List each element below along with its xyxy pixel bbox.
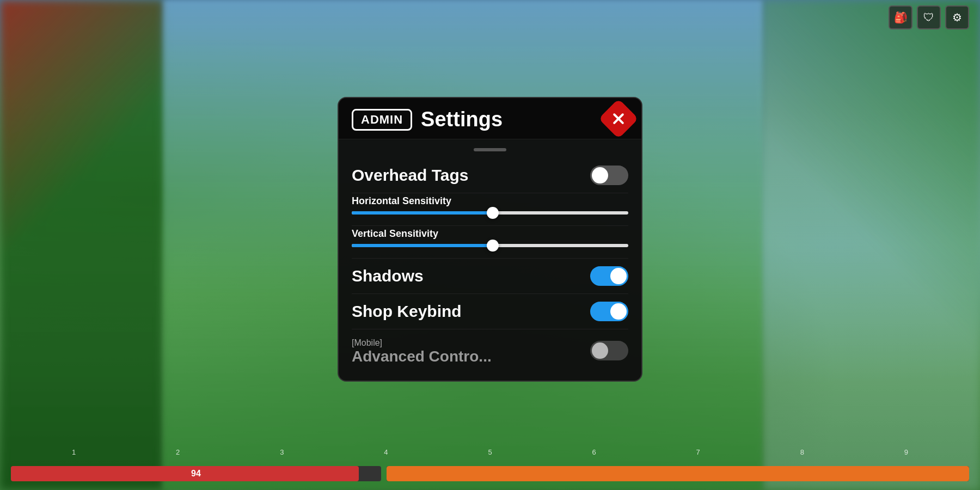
dialog-body[interactable]: Overhead Tags Horizontal Sensitivity Ver… xyxy=(339,139,641,381)
shield-icon[interactable]: 🛡 xyxy=(917,5,941,29)
overhead-tags-label: Overhead Tags xyxy=(352,166,469,185)
bottom-numbers: 1 2 3 4 5 6 7 8 9 xyxy=(11,448,969,456)
health-bar-container: 94 xyxy=(11,466,381,481)
dialog-header: ADMIN Settings xyxy=(339,98,641,139)
num-8: 8 xyxy=(800,448,804,456)
settings-dialog: ADMIN Settings Overhead Tags Horizontal … xyxy=(338,97,642,382)
shadows-label: Shadows xyxy=(352,267,424,285)
num-2: 2 xyxy=(176,448,180,456)
bottom-bar: 94 xyxy=(0,457,980,490)
bg-tree-left xyxy=(0,0,163,490)
bg-tree-right xyxy=(762,0,980,490)
shadows-toggle[interactable] xyxy=(590,266,628,286)
top-right-icons: 🎒 🛡 ⚙ xyxy=(889,5,969,29)
horizontal-sensitivity-thumb[interactable] xyxy=(487,207,499,219)
scroll-indicator xyxy=(474,148,506,151)
num-5: 5 xyxy=(488,448,492,456)
vertical-sensitivity-fill xyxy=(352,244,493,247)
num-9: 9 xyxy=(904,448,908,456)
gear-icon[interactable]: ⚙ xyxy=(945,5,969,29)
num-4: 4 xyxy=(384,448,388,456)
overhead-tags-toggle[interactable] xyxy=(590,166,628,185)
overhead-tags-row: Overhead Tags xyxy=(352,158,628,193)
mobile-sublabel: [Mobile] xyxy=(352,338,492,348)
dialog-title: Settings xyxy=(421,108,503,131)
shop-keybind-knob xyxy=(610,303,627,320)
shadows-knob xyxy=(610,268,627,284)
admin-badge: ADMIN xyxy=(352,109,412,131)
num-1: 1 xyxy=(72,448,76,456)
advanced-controls-knob xyxy=(592,342,608,359)
vertical-sensitivity-thumb[interactable] xyxy=(487,240,499,252)
vertical-sensitivity-label: Vertical Sensitivity xyxy=(352,228,628,240)
advanced-controls-label: Advanced Contro... xyxy=(352,348,492,365)
health-value: 94 xyxy=(191,469,201,479)
num-7: 7 xyxy=(696,448,700,456)
horizontal-sensitivity-track[interactable] xyxy=(352,211,628,215)
health-bar-fill xyxy=(11,466,359,481)
shop-keybind-label: Shop Keybind xyxy=(352,302,462,321)
horizontal-sensitivity-label: Horizontal Sensitivity xyxy=(352,195,628,207)
advanced-controls-label-group: [Mobile] Advanced Contro... xyxy=(352,336,492,365)
num-3: 3 xyxy=(280,448,284,456)
vertical-sensitivity-section: Vertical Sensitivity xyxy=(352,226,628,259)
close-button[interactable] xyxy=(598,99,639,139)
shop-keybind-row: Shop Keybind xyxy=(352,294,628,329)
advanced-controls-toggle[interactable] xyxy=(590,341,628,360)
inventory-icon[interactable]: 🎒 xyxy=(889,5,912,29)
shop-keybind-toggle[interactable] xyxy=(590,302,628,321)
vertical-sensitivity-track[interactable] xyxy=(352,244,628,247)
shadows-row: Shadows xyxy=(352,259,628,294)
advanced-controls-row: [Mobile] Advanced Contro... xyxy=(352,329,628,372)
num-6: 6 xyxy=(592,448,596,456)
shield-bar-fill xyxy=(387,466,969,481)
horizontal-sensitivity-fill xyxy=(352,211,493,215)
horizontal-sensitivity-section: Horizontal Sensitivity xyxy=(352,193,628,226)
overhead-tags-knob xyxy=(592,167,608,183)
shield-bar-container xyxy=(387,466,969,481)
